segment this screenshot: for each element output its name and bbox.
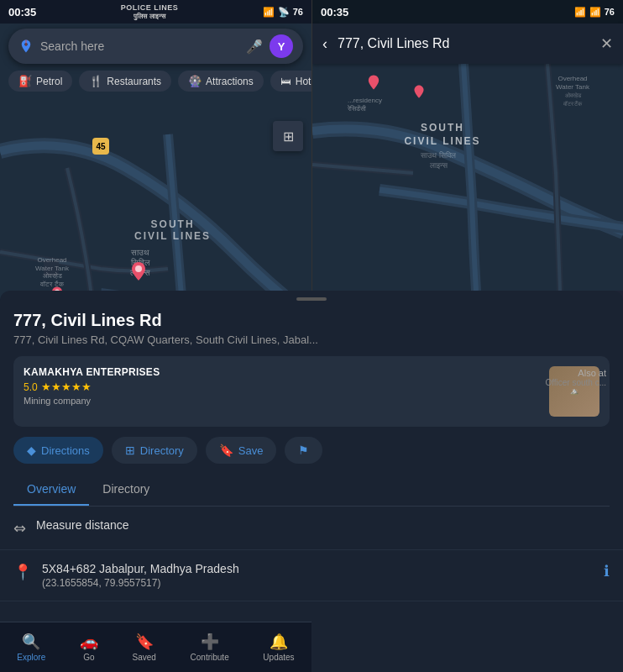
business-type: Mining company	[24, 396, 541, 406]
google-maps-icon	[18, 39, 34, 54]
right-time: 00:35	[321, 6, 348, 18]
filter-label-petrol: Petrol	[36, 76, 62, 87]
right-map-marker-3	[413, 84, 425, 102]
contribute-icon: ➕	[201, 633, 219, 651]
svg-text:Overhead: Overhead	[558, 75, 587, 82]
measure-label: Measure distance	[36, 518, 610, 532]
directory-label: Directory	[140, 444, 184, 457]
nav-label-saved: Saved	[133, 653, 156, 662]
directions-button[interactable]: ◆ Directions	[13, 437, 103, 464]
filter-label-hotels: Hotels	[296, 76, 312, 87]
rating-stars: ★★★★★	[41, 381, 92, 393]
place-tabs: Overview Directory	[13, 474, 610, 507]
panel-handle	[296, 297, 327, 301]
right-map-marker-2	[367, 74, 380, 94]
left-status-icons: 📶 📡 76	[263, 7, 303, 18]
also-at-section: Also at Officer south c...	[545, 368, 606, 387]
explore-icon: 🔍	[22, 633, 40, 651]
right-battery-label: 76	[605, 7, 615, 17]
flag-button[interactable]: ⚑	[285, 437, 322, 464]
business-rating: 5.0 ★★★★★	[24, 381, 541, 393]
also-at-sub: Officer south c...	[545, 378, 606, 387]
filter-label-restaurants: Restaurants	[107, 76, 161, 87]
police-lines-label: POLICE LINES पुलिस लाइन्स	[121, 3, 179, 20]
location-content: 5X84+682 Jabalpur, Madhya Pradesh (23.16…	[42, 562, 594, 589]
battery-label: 76	[293, 7, 303, 17]
filter-chip-attractions[interactable]: 🎡 Attractions	[178, 71, 264, 92]
svg-point-3	[135, 265, 142, 272]
tab-directory[interactable]: Directory	[89, 474, 163, 506]
right-header: ‹ 777, Civil Lines Rd ✕	[312, 24, 623, 64]
svg-text:Water Tank: Water Tank	[556, 83, 590, 91]
business-name: KAMAKHYA ENTERPRISES	[24, 366, 541, 378]
back-button[interactable]: ‹	[322, 35, 327, 53]
saved-icon: 🔖	[135, 633, 154, 651]
svg-text:ओवरहेड: ओवरहेड	[565, 92, 582, 98]
measure-distance-row[interactable]: ⇔ Measure distance	[0, 507, 623, 550]
residency-label: ...residencyरेसिडेंसी	[348, 97, 382, 114]
location-coords: (23.1655854, 79.9557517)	[42, 577, 594, 589]
petrol-icon: ⛽	[18, 75, 32, 87]
flag-icon: ⚑	[298, 444, 309, 457]
location-row[interactable]: 📍 5X84+682 Jabalpur, Madhya Pradesh (23.…	[0, 550, 623, 601]
filter-chip-petrol[interactable]: ⛽ Petrol	[8, 71, 72, 92]
save-icon: 🔖	[219, 444, 233, 457]
close-button[interactable]: ✕	[600, 34, 613, 53]
updates-icon: 🔔	[270, 633, 288, 651]
directions-label: Directions	[41, 444, 90, 457]
layers-button[interactable]: ⊞	[273, 121, 303, 151]
nav-saved[interactable]: 🔖 Saved	[133, 633, 156, 662]
right-search-text[interactable]: 777, Civil Lines Rd	[338, 36, 590, 51]
measure-content: Measure distance	[36, 518, 610, 532]
nav-label-go: Go	[83, 653, 94, 662]
signal-icon: 📶	[263, 7, 275, 18]
svg-text:साउथ सिविल: साउथ सिविल	[420, 151, 456, 160]
filter-label-attractions: Attractions	[206, 76, 254, 87]
svg-text:CIVIL LINES: CIVIL LINES	[404, 135, 480, 147]
marker-1	[130, 260, 147, 286]
place-panel: 777, Civil Lines Rd 777, Civil Lines Rd,…	[0, 291, 623, 672]
user-avatar[interactable]: Y	[270, 34, 293, 58]
right-status-bar: 00:35 📶 📶 76	[312, 0, 623, 24]
right-status-icons: 📶 📶 76	[574, 7, 615, 18]
microphone-icon[interactable]: 🎤	[246, 39, 263, 55]
nav-updates[interactable]: 🔔 Updates	[263, 633, 294, 662]
nav-go[interactable]: 🚗 Go	[80, 633, 98, 662]
place-address: 777, Civil Lines Rd, CQAW Quarters, Sout…	[0, 333, 623, 356]
action-buttons: ◆ Directions ⊞ Directory 🔖 Save ⚑	[0, 437, 623, 474]
nav-explore[interactable]: 🔍 Explore	[17, 633, 45, 662]
nav-label-updates: Updates	[263, 653, 294, 662]
save-button[interactable]: 🔖 Save	[206, 437, 277, 464]
svg-text:SOUTH: SOUTH	[421, 122, 464, 134]
location-info-icon[interactable]: ℹ	[604, 562, 610, 580]
left-status-bar: 00:35 POLICE LINES पुलिस लाइन्स 📶 📡 76	[0, 0, 312, 24]
filter-chip-hotels[interactable]: 🛏 Hotels	[270, 71, 312, 92]
left-time: 00:35	[8, 6, 36, 18]
location-address: 5X84+682 Jabalpur, Madhya Pradesh	[42, 562, 594, 575]
nav-contribute[interactable]: ➕ Contribute	[191, 633, 229, 662]
tab-overview[interactable]: Overview	[13, 474, 89, 506]
road-badge-45: 45	[92, 138, 109, 155]
restaurants-icon: 🍴	[89, 75, 102, 87]
measure-icon: ⇔	[13, 519, 26, 538]
go-icon: 🚗	[80, 633, 98, 651]
save-label: Save	[238, 444, 264, 457]
filter-chips: ⛽ Petrol 🍴 Restaurants 🎡 Attractions 🛏 H…	[0, 71, 312, 92]
svg-text:वॉटर टैंक: वॉटर टैंक	[563, 100, 584, 107]
directory-button[interactable]: ⊞ Directory	[112, 437, 197, 464]
wifi-icon: 📡	[278, 7, 290, 18]
filter-chip-restaurants[interactable]: 🍴 Restaurants	[79, 71, 171, 92]
search-placeholder: Search here	[40, 39, 239, 53]
layers-icon: ⊞	[283, 129, 294, 144]
directions-icon: ◆	[27, 444, 36, 457]
attractions-icon: 🎡	[188, 75, 202, 87]
right-signal-icon: 📶	[574, 7, 586, 18]
business-card: KAMAKHYA ENTERPRISES 5.0 ★★★★★ Mining co…	[13, 356, 610, 427]
water-tank-label: OverheadWater Tankओवरहेडवॉटर टैंक	[35, 256, 69, 288]
also-at-label: Also at	[545, 368, 606, 378]
nav-label-explore: Explore	[17, 653, 45, 662]
zone-south-civil-lines: SOUTH CIVIL LINES	[134, 218, 211, 242]
left-search-bar[interactable]: Search here 🎤 Y	[8, 29, 303, 64]
right-wifi-icon: 📶	[589, 7, 601, 18]
business-info: KAMAKHYA ENTERPRISES 5.0 ★★★★★ Mining co…	[24, 366, 541, 406]
